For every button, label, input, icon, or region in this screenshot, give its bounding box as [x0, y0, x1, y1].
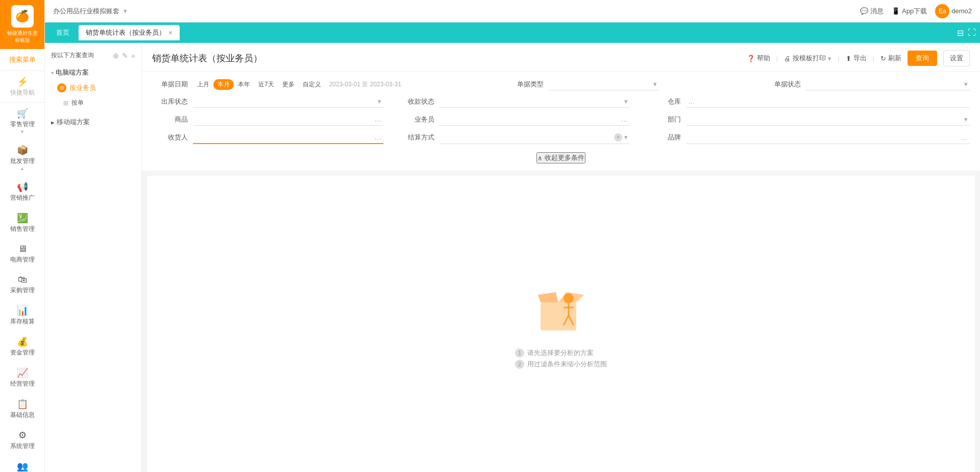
top-menu-arrow: ▾ — [124, 7, 127, 15]
filter-row-1: 单据日期 上月 本月 本年 近7天 更多 自定义 2023-03-01 至 20… — [152, 78, 970, 90]
mobile-scheme-header[interactable]: ▸ 移动端方案 — [45, 114, 141, 130]
date-this-month[interactable]: 本月 — [213, 79, 234, 90]
left-panel: 按以下方案查询 ⊕ ✎ « ▾ 电脑端方案 按 按业务员 ⊞ 按单 — [45, 43, 142, 472]
empty-tip-2: 2 用过滤条件来缩小分析范围 — [515, 360, 607, 369]
ecommerce-icon: 🖥 — [18, 244, 27, 254]
consignee-dots[interactable]: … — [374, 133, 381, 141]
sidebar-item-inventory[interactable]: 📊 库存核算 — [0, 300, 44, 331]
panel-header: 按以下方案查询 ⊕ ✎ « — [45, 48, 141, 63]
sidebar-item-management[interactable]: 📈 经营管理 — [0, 362, 44, 393]
tab-sales-stats[interactable]: 销货单统计表（按业务员） × — [79, 25, 180, 40]
salesman-label: 业务员 — [399, 115, 439, 124]
topbar-left: 办公用品行业模拟账套 ▾ — [53, 7, 127, 16]
date-label: 单据日期 — [152, 80, 193, 89]
sidebar-item-sales[interactable]: 💹 销售管理 — [0, 207, 44, 239]
message-icon: 💬 — [860, 7, 868, 15]
date-more[interactable]: 更多 — [278, 79, 299, 90]
print-label: 按模板打印 — [793, 54, 826, 63]
message-action[interactable]: 💬 消息 — [860, 7, 884, 16]
search-menu[interactable]: 搜索菜单 — [0, 49, 44, 71]
empty-state: 1 请先选择要分析的方案 2 用过滤条件来缩小分析范围 — [515, 277, 607, 371]
settle-label: 结算方式 — [399, 133, 439, 142]
print-action[interactable]: 🖨 按模板打印 ▾ — [784, 54, 831, 63]
empty-tip-1: 1 请先选择要分析的方案 — [515, 348, 607, 358]
mobile-scheme-group: ▸ 移动端方案 — [45, 112, 141, 132]
salesman-dots[interactable]: … — [621, 115, 628, 123]
status-label: 单据状态 — [765, 80, 806, 89]
tip-num-1: 1 — [515, 348, 524, 358]
tab-home[interactable]: 首页 — [49, 25, 77, 40]
data-area: 1 请先选择要分析的方案 2 用过滤条件来缩小分析范围 — [147, 176, 975, 472]
export-icon: ⬆ — [846, 55, 851, 62]
sidebar-item-collaboration[interactable]: 👥 企业协同 — [0, 456, 44, 472]
wholesale-icon: 📦 — [17, 145, 28, 156]
sidebar-item-marketing[interactable]: 📢 营销推广 — [0, 176, 44, 207]
print-arrow: ▾ — [828, 55, 831, 62]
query-button[interactable]: 查询 — [908, 51, 937, 66]
page-header: 销货单统计表（按业务员） ❓ 帮助 | 🖨 按模板打印 ▾ | ⬆ — [142, 43, 980, 72]
type-dropdown-icon: ▾ — [653, 80, 657, 88]
date-last-month[interactable]: 上月 — [193, 79, 213, 90]
sidebar-item-wholesale[interactable]: 📦 批发管理 ▴ — [0, 139, 44, 176]
goods-dots[interactable]: … — [374, 115, 381, 123]
brand-label: 品牌 — [645, 133, 686, 142]
scheme-sub-item-by-order[interactable]: ⊞ 按单 — [45, 96, 141, 110]
date-this-year[interactable]: 本年 — [234, 79, 254, 90]
collapse-panel-icon[interactable]: « — [131, 52, 135, 60]
refresh-label: 刷新 — [888, 54, 901, 63]
date-7-days[interactable]: 近7天 — [254, 79, 278, 90]
sidebar-item-system[interactable]: ⚙ 系统管理 — [0, 424, 44, 456]
settings-button[interactable]: 设置 — [943, 50, 970, 66]
sidebar-item-retail[interactable]: 🛒 零售管理 ▾ — [0, 103, 44, 139]
retail-arrow: ▾ — [21, 129, 23, 134]
sidebar-item-quick-nav[interactable]: ⚡ 快捷导航 — [0, 71, 44, 103]
brand-dots[interactable]: … — [961, 133, 968, 141]
page-title: 销货单统计表（按业务员） — [152, 52, 262, 64]
scheme-item-salesman[interactable]: 按 按业务员 — [45, 80, 141, 96]
export-label: 导出 — [853, 54, 867, 63]
active-tab-label: 销货单统计表（按业务员） — [86, 28, 165, 37]
order-scheme-icon: ⊞ — [63, 100, 68, 107]
pay-status-label: 收款状态 — [399, 97, 439, 106]
help-action[interactable]: ❓ 帮助 — [747, 54, 770, 63]
collapse-icon: ∧ — [537, 154, 543, 162]
type-label: 单据类型 — [508, 80, 549, 89]
dept-label: 部门 — [645, 115, 686, 124]
date-custom[interactable]: 自定义 — [299, 79, 325, 90]
consignee-label: 收货人 — [152, 133, 193, 142]
sidebar: 🍊 畅捷通好生意标账版 搜索菜单 ⚡ 快捷导航 🛒 零售管理 ▾ 📦 批发管理 … — [0, 0, 45, 472]
management-icon: 📈 — [17, 367, 28, 379]
quick-nav-icon: ⚡ — [17, 76, 28, 87]
export-action[interactable]: ⬆ 导出 — [846, 54, 867, 63]
mobile-scheme-arrow: ▸ — [51, 119, 55, 126]
tab-close-icon[interactable]: × — [168, 29, 173, 37]
sidebar-item-finance[interactable]: 💰 资金管理 — [0, 331, 44, 362]
topbar-right: 💬 消息 📱 App下载 Ea demo2 — [860, 4, 972, 18]
edit-scheme-icon[interactable]: ✎ — [122, 52, 128, 60]
logo-area: 🍊 畅捷通好生意标账版 — [0, 0, 44, 49]
add-scheme-icon[interactable]: ⊕ — [113, 52, 119, 60]
tab-expand-icon[interactable]: ⛶ — [968, 28, 976, 37]
user-action[interactable]: Ea demo2 — [935, 4, 972, 18]
svg-rect-0 — [541, 302, 576, 331]
warehouse-input[interactable]: … — [688, 98, 968, 105]
sidebar-item-purchase[interactable]: 🛍 采购管理 — [0, 269, 44, 300]
settle-clear-btn[interactable]: × — [614, 133, 622, 141]
pay-status-dropdown-icon: ▾ — [624, 98, 628, 105]
divider3: | — [873, 55, 874, 62]
phone-icon: 📱 — [892, 7, 900, 15]
app-download-label: App下载 — [902, 7, 927, 16]
topbar: 办公用品行业模拟账套 ▾ 💬 消息 📱 App下载 Ea demo2 — [45, 0, 980, 22]
goods-label: 商品 — [152, 115, 193, 124]
out-status-label: 出库状态 — [152, 97, 193, 106]
refresh-icon: ↻ — [880, 55, 886, 62]
sidebar-item-basic-info[interactable]: 📋 基础信息 — [0, 393, 44, 424]
desktop-scheme-header[interactable]: ▾ 电脑端方案 — [45, 65, 141, 80]
collapse-button[interactable]: ∧ 收起更多条件 — [536, 152, 585, 163]
refresh-action[interactable]: ↻ 刷新 — [880, 54, 901, 63]
sidebar-item-ecommerce[interactable]: 🖥 电商管理 — [0, 239, 44, 269]
logo-text: 畅捷通好生意标账版 — [7, 30, 38, 44]
app-download-action[interactable]: 📱 App下载 — [892, 7, 927, 16]
divider1: | — [776, 55, 778, 62]
tab-minimize-icon[interactable]: ⊟ — [957, 28, 964, 38]
